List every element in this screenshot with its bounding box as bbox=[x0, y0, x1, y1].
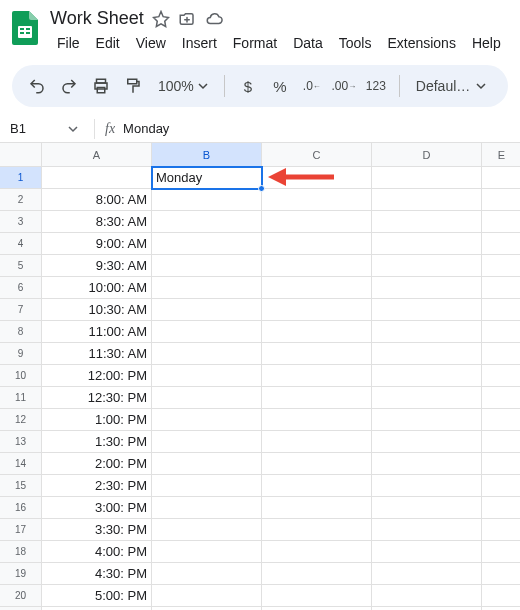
cell-B6[interactable] bbox=[152, 277, 262, 299]
redo-button[interactable] bbox=[54, 71, 84, 101]
menu-insert[interactable]: Insert bbox=[175, 31, 224, 55]
column-header-C[interactable]: C bbox=[262, 143, 372, 167]
cell-A20[interactable]: 5:00: PM bbox=[42, 585, 152, 607]
column-header-E[interactable]: E bbox=[482, 143, 520, 167]
undo-button[interactable] bbox=[22, 71, 52, 101]
cell-B5[interactable] bbox=[152, 255, 262, 277]
cell-C17[interactable] bbox=[262, 519, 372, 541]
cloud-status-icon[interactable] bbox=[204, 10, 224, 28]
cell-D12[interactable] bbox=[372, 409, 482, 431]
cell-A17[interactable]: 3:30: PM bbox=[42, 519, 152, 541]
cell-D8[interactable] bbox=[372, 321, 482, 343]
cell-E13[interactable] bbox=[482, 431, 520, 453]
cell-D20[interactable] bbox=[372, 585, 482, 607]
cell-D11[interactable] bbox=[372, 387, 482, 409]
select-all-corner[interactable] bbox=[0, 143, 42, 167]
cell-B10[interactable] bbox=[152, 365, 262, 387]
cell-E10[interactable] bbox=[482, 365, 520, 387]
menu-help[interactable]: Help bbox=[465, 31, 508, 55]
cell-B1[interactable]: Monday bbox=[152, 167, 262, 189]
cell-D1[interactable] bbox=[372, 167, 482, 189]
cell-D13[interactable] bbox=[372, 431, 482, 453]
font-dropdown[interactable]: Defaul… bbox=[408, 78, 494, 94]
row-header-7[interactable]: 7 bbox=[0, 299, 42, 321]
menu-view[interactable]: View bbox=[129, 31, 173, 55]
row-header-10[interactable]: 10 bbox=[0, 365, 42, 387]
row-header-19[interactable]: 19 bbox=[0, 563, 42, 585]
menu-data[interactable]: Data bbox=[286, 31, 330, 55]
cell-B20[interactable] bbox=[152, 585, 262, 607]
column-header-D[interactable]: D bbox=[372, 143, 482, 167]
cell-A2[interactable]: 8:00: AM bbox=[42, 189, 152, 211]
spreadsheet-grid[interactable]: ABCDE1Monday28:00: AM38:30: AM49:00: AM5… bbox=[0, 143, 520, 610]
cell-D2[interactable] bbox=[372, 189, 482, 211]
column-header-B[interactable]: B bbox=[152, 143, 262, 167]
row-header-3[interactable]: 3 bbox=[0, 211, 42, 233]
cell-B12[interactable] bbox=[152, 409, 262, 431]
cell-A4[interactable]: 9:00: AM bbox=[42, 233, 152, 255]
move-icon[interactable] bbox=[178, 10, 196, 28]
cell-B9[interactable] bbox=[152, 343, 262, 365]
decrease-decimal-button[interactable]: .0← bbox=[297, 71, 327, 101]
percent-button[interactable]: % bbox=[265, 71, 295, 101]
menu-format[interactable]: Format bbox=[226, 31, 284, 55]
row-header-2[interactable]: 2 bbox=[0, 189, 42, 211]
cell-E9[interactable] bbox=[482, 343, 520, 365]
cell-A3[interactable]: 8:30: AM bbox=[42, 211, 152, 233]
cell-C15[interactable] bbox=[262, 475, 372, 497]
row-header-11[interactable]: 11 bbox=[0, 387, 42, 409]
cell-C10[interactable] bbox=[262, 365, 372, 387]
cell-E11[interactable] bbox=[482, 387, 520, 409]
print-button[interactable] bbox=[86, 71, 116, 101]
row-header-12[interactable]: 12 bbox=[0, 409, 42, 431]
cell-E4[interactable] bbox=[482, 233, 520, 255]
cell-A5[interactable]: 9:30: AM bbox=[42, 255, 152, 277]
cell-A12[interactable]: 1:00: PM bbox=[42, 409, 152, 431]
cell-E5[interactable] bbox=[482, 255, 520, 277]
cell-C13[interactable] bbox=[262, 431, 372, 453]
cell-C20[interactable] bbox=[262, 585, 372, 607]
cell-D5[interactable] bbox=[372, 255, 482, 277]
cell-B2[interactable] bbox=[152, 189, 262, 211]
cell-B8[interactable] bbox=[152, 321, 262, 343]
row-header-18[interactable]: 18 bbox=[0, 541, 42, 563]
cell-E14[interactable] bbox=[482, 453, 520, 475]
increase-decimal-button[interactable]: .00→ bbox=[329, 71, 359, 101]
cell-C2[interactable] bbox=[262, 189, 372, 211]
cell-B16[interactable] bbox=[152, 497, 262, 519]
cell-E12[interactable] bbox=[482, 409, 520, 431]
cell-D7[interactable] bbox=[372, 299, 482, 321]
cell-C4[interactable] bbox=[262, 233, 372, 255]
cell-D17[interactable] bbox=[372, 519, 482, 541]
row-header-4[interactable]: 4 bbox=[0, 233, 42, 255]
sheets-logo[interactable] bbox=[10, 8, 40, 48]
cell-B18[interactable] bbox=[152, 541, 262, 563]
row-header-13[interactable]: 13 bbox=[0, 431, 42, 453]
cell-B19[interactable] bbox=[152, 563, 262, 585]
menu-tools[interactable]: Tools bbox=[332, 31, 379, 55]
cell-B14[interactable] bbox=[152, 453, 262, 475]
row-header-6[interactable]: 6 bbox=[0, 277, 42, 299]
cell-A13[interactable]: 1:30: PM bbox=[42, 431, 152, 453]
cell-B4[interactable] bbox=[152, 233, 262, 255]
cell-C3[interactable] bbox=[262, 211, 372, 233]
namebox-dropdown-icon[interactable] bbox=[68, 124, 84, 134]
cell-D19[interactable] bbox=[372, 563, 482, 585]
cell-D14[interactable] bbox=[372, 453, 482, 475]
cell-A16[interactable]: 3:00: PM bbox=[42, 497, 152, 519]
cell-A18[interactable]: 4:00: PM bbox=[42, 541, 152, 563]
cell-B13[interactable] bbox=[152, 431, 262, 453]
row-header-16[interactable]: 16 bbox=[0, 497, 42, 519]
cell-B15[interactable] bbox=[152, 475, 262, 497]
cell-A7[interactable]: 10:30: AM bbox=[42, 299, 152, 321]
cell-A10[interactable]: 12:00: PM bbox=[42, 365, 152, 387]
cell-E19[interactable] bbox=[482, 563, 520, 585]
currency-button[interactable]: $ bbox=[233, 71, 263, 101]
document-title[interactable]: Work Sheet bbox=[50, 8, 144, 29]
zoom-dropdown[interactable]: 100% bbox=[150, 78, 216, 94]
row-header-14[interactable]: 14 bbox=[0, 453, 42, 475]
cell-A11[interactable]: 12:30: PM bbox=[42, 387, 152, 409]
cell-A8[interactable]: 11:00: AM bbox=[42, 321, 152, 343]
row-header-9[interactable]: 9 bbox=[0, 343, 42, 365]
cell-C8[interactable] bbox=[262, 321, 372, 343]
